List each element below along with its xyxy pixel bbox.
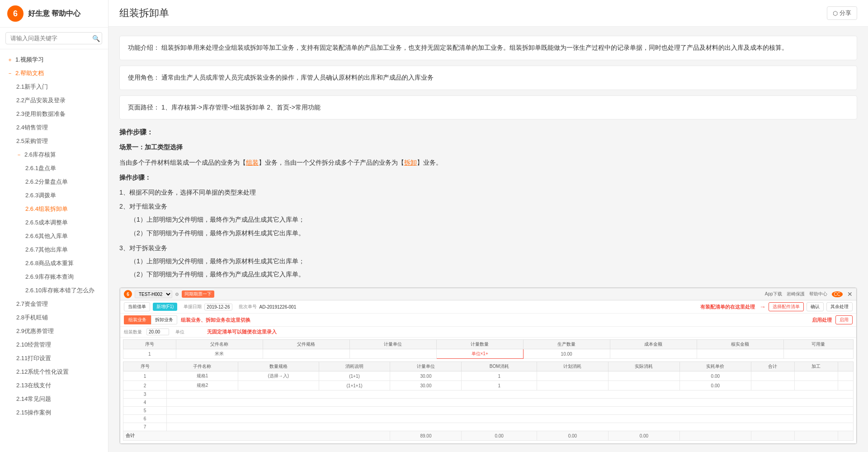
sidebar-item-ops[interactable]: 2.10经营管理 bbox=[7, 338, 108, 352]
sidebar-item-purchase[interactable]: 2.5采购管理 bbox=[7, 134, 108, 148]
intro-path-block: 页面路径： 1、库存核算->库存管理->组装拆卸单 2、首页->常用功能 bbox=[119, 95, 857, 120]
table-row: 1 米米 单位×1+ 10.00 bbox=[123, 349, 854, 359]
mock-type-assemble[interactable]: 组装业务 bbox=[124, 315, 151, 324]
role-text: 通常由生产人员或库管人员完成拆装业务的操作，库管人员确认原材料的出库和产成品的入… bbox=[161, 74, 434, 81]
mock-qty-value[interactable]: 20.00 bbox=[146, 328, 169, 335]
th-unit: 计量单位 bbox=[349, 340, 436, 349]
sidebar-item-customize[interactable]: 2.12系统个性化设置 bbox=[7, 365, 108, 379]
step1: 1、根据不同的业务，选择不同单据的类型来处理 bbox=[119, 187, 857, 198]
sidebar-item-purchase-label: 2.5采购管理 bbox=[16, 137, 48, 145]
table-row: 4 bbox=[123, 399, 854, 407]
disassemble-link[interactable]: 拆卸 bbox=[404, 159, 417, 166]
sidebar-item-partition[interactable]: 2.6.2分量盘点单 bbox=[12, 175, 108, 189]
sidebar-item-finance[interactable]: 2.7资金管理 bbox=[7, 297, 108, 311]
annotation-bom: 有装配清单的在这里处理 bbox=[700, 304, 755, 310]
nav-sub-docs: 2.1新手入门 2.2产品安装及登录 2.3使用前数据准备 2.4销售管理 2.… bbox=[0, 80, 108, 419]
minus-icon: － bbox=[7, 70, 13, 77]
search-input[interactable] bbox=[5, 32, 102, 44]
sidebar-item-costcalc[interactable]: 2.6.8商品成本重算 bbox=[12, 257, 108, 270]
app-title: 好生意 帮助中心 bbox=[28, 9, 80, 19]
sidebar-item-coupon[interactable]: 2.9优惠券管理 bbox=[7, 324, 108, 338]
mock-btn-period[interactable]: 同期期票一下 bbox=[182, 290, 214, 298]
th-no: 序号 bbox=[123, 340, 176, 349]
sidebar: 6 好生意 帮助中心 🔍 ＋ 1.视频学习 － 2.帮助文档 2.1新手入门 2… bbox=[0, 0, 108, 452]
path-label: 页面路径： bbox=[128, 104, 160, 111]
table-row: 7 bbox=[123, 423, 854, 431]
mock-unit-label: 单位 bbox=[175, 329, 184, 335]
sidebar-item-payment[interactable]: 2.13在线支付 bbox=[7, 379, 108, 392]
search-button[interactable]: 🔍 bbox=[90, 35, 103, 42]
sidebar-item-assemble[interactable]: 2.6.4组装拆卸单 bbox=[12, 202, 108, 216]
sidebar-item-stockcheck2[interactable]: 2.6.9库存账本查询 bbox=[12, 270, 108, 284]
path-text: 1、库存核算->库存管理->组装拆卸单 2、首页->常用功能 bbox=[161, 104, 321, 111]
sidebar-item-video[interactable]: ＋ 1.视频学习 bbox=[0, 53, 108, 67]
mock-lower-table-header: 序号 子件名称 数量规格 消耗说明 计量单位 BOM消耗 计划消耗 实际消耗 实… bbox=[123, 362, 854, 371]
step2-sub2: （2）下部明细为子件明细，最终作为原材料生成其它出库单。 bbox=[130, 228, 857, 239]
mock-btn-other[interactable]: 其余处理 bbox=[826, 302, 853, 311]
mock-enable-btn[interactable]: 启用 bbox=[835, 315, 853, 324]
mock-helpcenter[interactable]: 帮助中心 bbox=[809, 291, 827, 297]
sidebar-item-newbie[interactable]: 2.1新手入门 bbox=[7, 80, 108, 94]
sidebar-item-docs[interactable]: － 2.帮助文档 bbox=[0, 67, 108, 80]
mock-batchno-label: 批次单号 bbox=[239, 304, 257, 310]
assemble-link[interactable]: 组装 bbox=[246, 159, 259, 166]
function-label: 功能介绍： bbox=[128, 44, 160, 51]
mock-upper-table-header: 序号 父件名称 父件规格 计量单位 计量数量 生产数量 成本金额 核实金额 可用… bbox=[123, 340, 854, 349]
sidebar-item-adjust[interactable]: 2.6.3调拨单 bbox=[12, 189, 108, 202]
sidebar-item-faq[interactable]: 2.14常见问题 bbox=[7, 392, 108, 406]
mock-form-row: 组装数量 20.00 单位 无固定清单可以随便在这里录入 bbox=[120, 327, 856, 338]
annotation-free-input: 无固定清单可以随便在这里录入 bbox=[207, 328, 277, 335]
mock-type-tabs: 组装业务 拆卸业务 bbox=[124, 315, 177, 324]
sidebar-header: 6 好生意 帮助中心 bbox=[0, 0, 108, 28]
mock-btn-confirm[interactable]: 确认 bbox=[807, 302, 824, 311]
mock-upper-table-container: 序号 父件名称 父件规格 计量单位 计量数量 生产数量 成本金额 核实金额 可用… bbox=[120, 338, 856, 362]
main-header: 组装拆卸单 ⬡ 分享 bbox=[108, 0, 868, 27]
table-footer: 合计 89.00 0.00 0.00 0.00 bbox=[123, 431, 854, 441]
sidebar-item-install-label: 2.2产品安装及登录 bbox=[16, 96, 66, 105]
sidebar-item-newbie-label: 2.1新手入门 bbox=[16, 83, 48, 91]
sidebar-item-stockerr[interactable]: 2.6.10库存账本错了怎么办 bbox=[12, 284, 108, 297]
mock-store-select[interactable]: TEST-H002 bbox=[135, 290, 172, 298]
mock-select-bom[interactable]: 选择配件清单 bbox=[769, 302, 804, 311]
sidebar-item-data-prep-label: 2.3使用前数据准备 bbox=[16, 110, 66, 118]
sidebar-item-print[interactable]: 2.11打印设置 bbox=[7, 352, 108, 365]
mock-upper-table: 序号 父件名称 父件规格 计量单位 计量数量 生产数量 成本金额 核实金额 可用… bbox=[123, 339, 854, 359]
table-row: 6 bbox=[123, 415, 854, 423]
sidebar-item-stockcheck[interactable]: 2.6.1盘点单 bbox=[12, 162, 108, 175]
mock-tab-new[interactable]: 新增(F1) bbox=[153, 303, 177, 311]
table-row: 2 规格2 (1+1+1) 30.00 1 0.00 bbox=[123, 381, 854, 390]
mock-close-btn[interactable]: ✕ bbox=[847, 290, 853, 298]
mock-app-download[interactable]: App下载 bbox=[765, 291, 782, 297]
operations-title: 操作步骤： bbox=[119, 126, 857, 138]
plus-icon: ＋ bbox=[7, 56, 13, 64]
sidebar-item-inventory[interactable]: － 2.6库存核算 bbox=[7, 148, 108, 162]
table-row: 5 bbox=[123, 407, 854, 415]
mock-type-disassemble[interactable]: 拆卸业务 bbox=[151, 315, 177, 324]
nav-tree: ＋ 1.视频学习 － 2.帮助文档 2.1新手入门 2.2产品安装及登录 2.3… bbox=[0, 49, 108, 452]
mock-lower-table: 序号 子件名称 数量规格 消耗说明 计量单位 BOM消耗 计划消耗 实际消耗 实… bbox=[123, 362, 854, 441]
page-title: 组装拆卸单 bbox=[119, 6, 169, 20]
sidebar-item-costadj[interactable]: 2.6.5成本调整单 bbox=[12, 216, 108, 229]
share-button[interactable]: ⬡ 分享 bbox=[827, 6, 857, 20]
sidebar-item-outstock[interactable]: 2.6.7其他出库单 bbox=[12, 243, 108, 257]
share-icon: ⬡ bbox=[833, 10, 838, 17]
annotation-enable: 启用处理 bbox=[812, 317, 832, 324]
sidebar-item-sales[interactable]: 2.4销售管理 bbox=[7, 121, 108, 134]
main-content: 组装拆卸单 ⬡ 分享 功能介绍： 组装拆卸单用来处理企业组装或拆卸等加工业务，支… bbox=[108, 0, 868, 452]
th-cost: 成本金额 bbox=[610, 340, 697, 349]
sidebar-item-data-prep[interactable]: 2.3使用前数据准备 bbox=[7, 107, 108, 121]
sidebar-item-mobile[interactable]: 2.8手机旺铺 bbox=[7, 311, 108, 324]
mock-logo: 6 bbox=[124, 290, 132, 298]
sidebar-item-video-label: 1.视频学习 bbox=[15, 56, 44, 64]
sidebar-item-instock[interactable]: 2.6.6其他入库单 bbox=[12, 229, 108, 243]
mock-date-value[interactable]: 2019-12-26 bbox=[204, 304, 232, 310]
mock-tab-current[interactable]: 当前借单 bbox=[124, 302, 150, 311]
sidebar-item-install[interactable]: 2.2产品安装及登录 bbox=[7, 94, 108, 107]
operations-content: 操作步骤： 场景一：加工类型选择 当由多个子件材料组装成一个成品的业务为【组装】… bbox=[119, 126, 857, 280]
sidebar-item-cases[interactable]: 2.15操作案例 bbox=[7, 406, 108, 419]
role-label: 使用角色： bbox=[128, 74, 160, 81]
mock-help[interactable]: 岩崎保護 bbox=[787, 291, 805, 297]
th-prod-qty: 生产数量 bbox=[523, 340, 610, 349]
logo-icon: 6 bbox=[7, 5, 24, 22]
search-box: 🔍 bbox=[0, 28, 108, 49]
